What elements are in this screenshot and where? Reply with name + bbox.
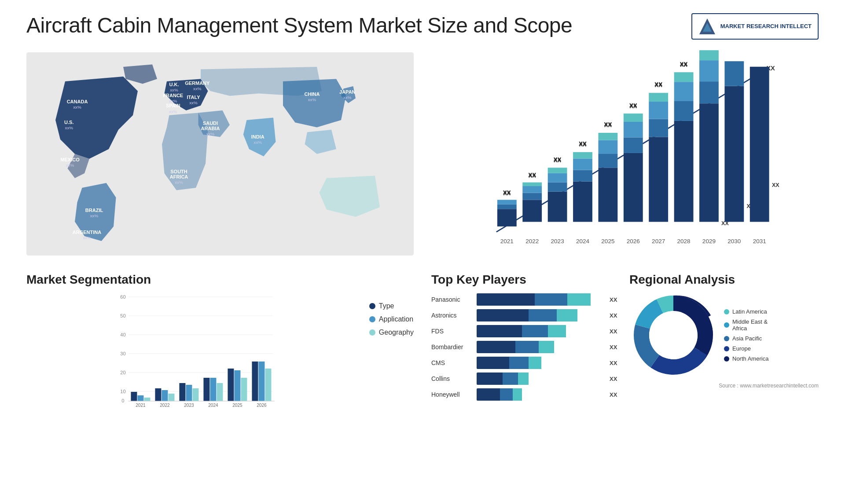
svg-text:2025: 2025 [232,403,242,408]
svg-text:xx%: xx% [170,88,178,92]
legend-application: Application [369,315,414,323]
bar-seg3 [513,388,522,401]
player-name-collins: Collins [431,375,473,382]
svg-text:ARGENTINA: ARGENTINA [73,230,101,235]
svg-text:XX: XX [680,61,688,67]
svg-rect-63 [598,140,617,154]
bar-seg2 [515,341,539,353]
legend-north-america: North America [724,355,768,362]
player-row-bombardier: Bombardier XX [431,341,621,353]
player-xx-cms: XX [610,360,621,366]
bar-seg2 [535,293,567,306]
svg-rect-49 [548,192,567,222]
player-name-cms: CMS [431,359,473,366]
player-bar-bombardier [477,341,606,353]
svg-rect-93 [724,61,744,86]
legend-europe: Europe [724,345,768,352]
svg-text:MEXICO: MEXICO [60,157,80,162]
svg-rect-69 [624,122,643,137]
player-bar-fds [477,325,606,337]
svg-rect-68 [624,137,643,153]
map-svg: CANADA xx% U.S. xx% MEXICO xx% BRAZIL xx… [26,48,414,259]
bar-seg2 [522,325,548,337]
svg-text:xx%: xx% [83,235,91,240]
svg-text:U.S.: U.S. [64,120,73,125]
player-xx-astronics: XX [610,312,621,319]
bar-seg1 [477,388,500,401]
svg-rect-40 [497,200,517,204]
player-name-fds: FDS [431,328,473,335]
svg-text:2026: 2026 [627,238,640,245]
bar-seg3 [539,341,554,353]
bar-seg3 [518,373,529,385]
svg-rect-58 [573,152,592,159]
svg-rect-76 [649,93,668,102]
svg-text:XX: XX [579,140,587,147]
bar-seg3 [567,293,591,306]
key-players-section: Top Key Players Panasonic XX Astronics [431,273,621,422]
svg-rect-129 [179,383,185,401]
svg-text:2027: 2027 [652,238,665,245]
label-europe: Europe [732,345,751,352]
source-text: Source : www.marketresearchintellect.com [629,383,819,389]
bar-chart-section: XX XX 2021 XX 2022 XX [431,48,819,259]
bottom-right: Top Key Players Panasonic XX Astronics [431,273,819,422]
bar-seg2 [509,357,529,369]
player-row-cms: CMS XX [431,357,621,369]
dot-asia-pacific [724,336,729,341]
seg-content: 60 50 40 30 20 10 0 [26,293,414,408]
svg-text:xx%: xx% [189,100,198,105]
label-asia-pacific: Asia Pacific [732,335,762,342]
bar-seg1 [477,341,515,353]
svg-text:ITALY: ITALY [187,95,201,100]
dot-latin-america [724,309,729,314]
svg-rect-133 [203,378,209,401]
svg-rect-96 [750,67,769,222]
svg-rect-86 [699,81,719,103]
svg-text:xx%: xx% [66,163,74,168]
svg-text:2029: 2029 [702,238,716,245]
svg-rect-38 [497,209,517,226]
svg-rect-80 [674,101,694,121]
svg-rect-82 [674,72,694,82]
player-bar-panasonic [477,293,606,306]
svg-rect-127 [168,394,174,401]
legend-asia-pacific: Asia Pacific [724,335,768,342]
growth-chart-svg: XX XX 2021 XX 2022 XX [431,48,819,259]
svg-rect-56 [573,170,592,182]
donut-final-svg [629,291,717,379]
label-mea: Middle East &Africa [732,318,768,332]
svg-text:XX: XX [772,182,779,188]
svg-rect-135 [217,383,223,401]
svg-text:XX: XX [554,156,562,163]
player-bar-honeywell [477,388,606,401]
svg-rect-74 [649,119,668,137]
legend-dot-geography [369,329,375,336]
legend-latin-america: Latin America [724,308,768,315]
svg-rect-131 [192,388,198,401]
world-map: CANADA xx% U.S. xx% MEXICO xx% BRAZIL xx… [26,48,414,259]
svg-text:ARABIA: ARABIA [201,126,220,131]
svg-rect-125 [155,388,161,401]
svg-rect-137 [228,369,234,401]
svg-text:2024: 2024 [208,403,218,408]
player-row-fds: FDS XX [431,325,621,337]
svg-text:CHINA: CHINA [305,91,320,97]
svg-text:XX: XX [528,172,536,178]
svg-rect-75 [649,102,668,119]
svg-text:xx%: xx% [206,131,215,136]
svg-rect-45 [522,186,542,193]
svg-text:xx%: xx% [73,105,81,110]
svg-text:2023: 2023 [551,238,564,245]
legend-type: Type [369,302,414,310]
player-xx-panasonic: XX [610,296,621,303]
svg-rect-44 [522,193,542,200]
seg-chart: 60 50 40 30 20 10 0 [26,293,360,408]
svg-rect-57 [573,158,592,170]
svg-text:xx%: xx% [308,97,316,102]
svg-text:JAPAN: JAPAN [339,89,356,95]
svg-text:GERMANY: GERMANY [185,80,210,86]
player-bar-cms [477,357,606,369]
svg-rect-70 [624,113,643,122]
svg-text:2021: 2021 [136,403,146,408]
